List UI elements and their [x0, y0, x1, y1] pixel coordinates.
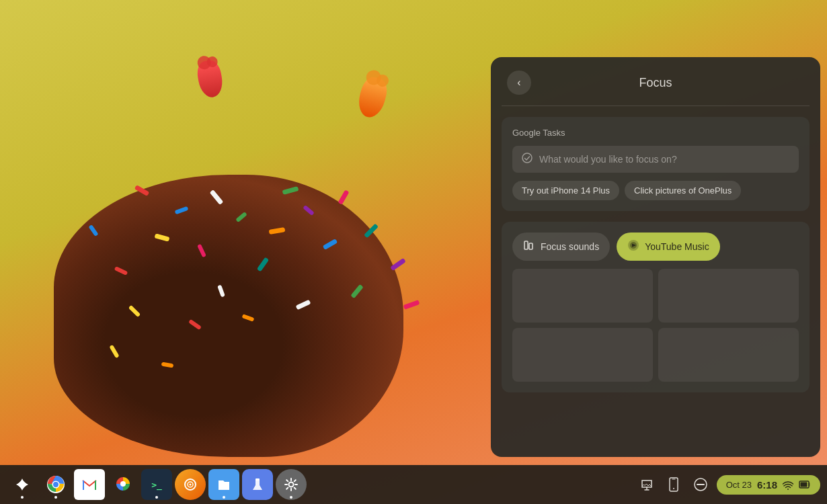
task-chip-iphone[interactable]: Try out iPhone 14 Plus [512, 181, 619, 200]
active-dot [290, 496, 292, 499]
terminal-icon[interactable]: >_ [141, 469, 172, 500]
donut-shape [54, 175, 403, 457]
gmail-icon[interactable] [74, 469, 105, 500]
active-dot [223, 496, 225, 499]
task-chips: Try out iPhone 14 Plus Click pictures of… [512, 181, 799, 200]
svg-point-18 [673, 488, 674, 489]
chrome-icon[interactable] [40, 469, 71, 500]
sprinkle [390, 258, 406, 271]
dnd-icon[interactable] [690, 474, 711, 495]
svg-point-0 [522, 153, 532, 163]
svg-point-11 [120, 481, 126, 487]
back-button[interactable]: ‹ [507, 71, 531, 95]
media-cards [512, 269, 799, 382]
screen-icon[interactable] [636, 474, 658, 495]
active-dot [155, 496, 158, 499]
active-dot [54, 496, 57, 499]
phone-icon[interactable] [663, 474, 684, 495]
gummy-bear-orange [355, 75, 390, 120]
sprinkle [338, 190, 349, 205]
svg-rect-15 [255, 478, 260, 480]
focus-sounds-icon [523, 239, 535, 254]
active-dot [21, 496, 24, 499]
photos-icon[interactable] [108, 469, 139, 500]
settings-icon[interactable] [276, 469, 307, 500]
battery-icon [799, 480, 811, 489]
back-icon: ‹ [517, 77, 520, 89]
svg-point-20 [787, 489, 789, 490]
youtube-music-label: YouTube Music [645, 241, 709, 252]
svg-rect-22 [801, 482, 808, 487]
sprinkle [403, 300, 420, 310]
svg-rect-9 [83, 480, 84, 490]
svg-point-16 [289, 482, 294, 487]
tasks-label: Google Tasks [512, 128, 799, 138]
lab-icon[interactable] [242, 469, 273, 500]
task-icon [522, 153, 533, 166]
focus-header: ‹ Focus [491, 57, 820, 106]
vpn-icon[interactable] [175, 469, 206, 500]
shelf-icons: >_ [7, 469, 636, 500]
clock-area[interactable]: Oct 23 6:18 [717, 475, 820, 495]
media-card-3[interactable] [512, 328, 653, 382]
task-chip-oneplus[interactable]: Click pictures of OnePlus [625, 181, 741, 200]
media-card-4[interactable] [658, 328, 799, 382]
youtube-music-icon [627, 239, 639, 254]
svg-rect-2 [529, 243, 533, 249]
files-icon[interactable] [208, 469, 239, 500]
media-buttons: Focus sounds YouTube Music [512, 233, 799, 261]
focus-sounds-button[interactable]: Focus sounds [512, 233, 610, 261]
donut-artwork [0, 0, 477, 470]
focus-panel: ‹ Focus Google Tasks What would you like… [491, 57, 820, 457]
focus-divider [502, 106, 810, 106]
svg-rect-10 [95, 480, 96, 490]
svg-rect-1 [524, 241, 528, 249]
tasks-section: Google Tasks What would you like to focu… [502, 117, 810, 211]
gummy-bear-red [195, 58, 225, 99]
date-display: Oct 23 [726, 480, 752, 490]
youtube-music-button[interactable]: YouTube Music [617, 233, 719, 261]
taskbar: >_ [0, 465, 827, 504]
task-input-row[interactable]: What would you like to focus on? [512, 146, 799, 173]
gemini-icon[interactable] [7, 469, 38, 500]
svg-point-8 [53, 482, 58, 487]
task-placeholder: What would you like to focus on? [539, 154, 677, 165]
media-section: Focus sounds YouTube Music [502, 222, 810, 392]
focus-title: Focus [531, 76, 780, 90]
media-card-2[interactable] [658, 269, 799, 323]
media-card-1[interactable] [512, 269, 653, 323]
time-display: 6:18 [757, 479, 777, 491]
svg-point-14 [190, 484, 192, 486]
focus-sounds-label: Focus sounds [541, 241, 599, 252]
wifi-icon [783, 479, 793, 490]
system-tray: Oct 23 6:18 [636, 474, 820, 495]
